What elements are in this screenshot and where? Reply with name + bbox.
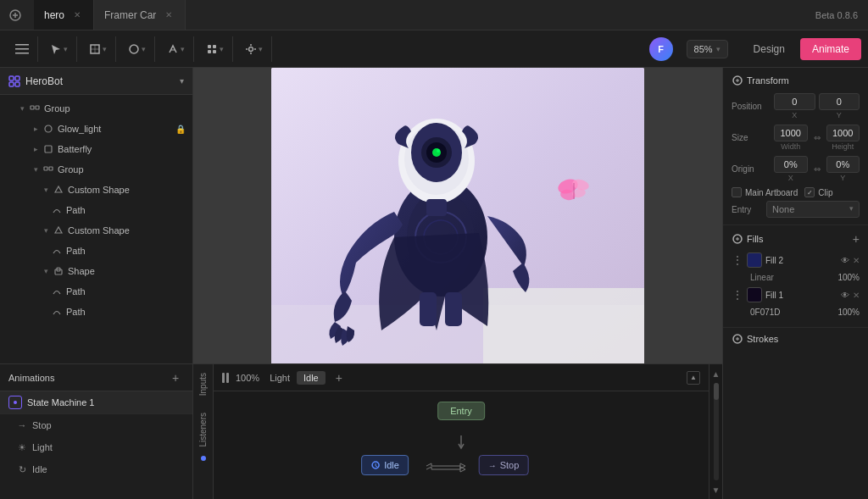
idle-label: Idle [32,464,47,474]
flow-canvas[interactable]: Entry [214,391,709,499]
svg-rect-40 [426,199,447,216]
link-dimensions-button[interactable]: ⇔ [811,125,823,151]
idle-state-item[interactable]: ↻ Idle [0,458,192,480]
clip-checkbox[interactable]: ✓ Clip [804,187,832,197]
fill-settings-icon[interactable]: ⋮ [732,254,743,266]
component-tool[interactable]: ▾ [201,37,229,61]
origin-label: Origin [732,164,774,174]
tab-hero-label: hero [44,9,64,21]
light-state-item[interactable]: ☀ Light [0,436,192,458]
position-x-label: X [774,111,815,119]
inputs-tab[interactable]: Inputs [198,368,208,401]
transform-section: Transform Position 0 X 0 Y Size [723,68,868,225]
design-button[interactable]: Design [742,38,797,60]
tab-framer-car[interactable]: Framer Car ✕ [94,0,186,30]
add-state-button[interactable]: + [336,371,342,385]
select-tool[interactable]: ▾ [45,37,73,61]
svg-point-19 [45,125,52,132]
idle-node[interactable]: Idle [361,455,409,475]
layer-custom1[interactable]: ▾ Custom Shape [0,180,192,200]
fill-2-remove[interactable]: ✕ [853,256,860,265]
main-artboard-checkbox[interactable]: Main Artboard [732,187,798,197]
animations-title: Animations [8,373,167,383]
listeners-tab[interactable]: Listeners [198,408,208,452]
title-bar: hero ✕ Framer Car ✕ Beta 0.8.6 [0,0,868,30]
entry-select[interactable]: None ▾ [766,201,860,218]
light-label: Light [270,373,290,383]
menu-icon[interactable] [7,7,24,24]
checkbox [732,187,742,197]
position-y-col: 0 Y [819,93,860,119]
scroll-up-btn[interactable]: ▲ [712,368,721,380]
scroll-up[interactable]: ▲ [687,371,700,385]
link-origin-button[interactable]: ⇔ [811,156,823,182]
svg-rect-18 [36,106,39,109]
fill-2-opacity: 100% [837,273,860,282]
stop-node[interactable]: → Stop [479,455,529,475]
custom-shape-icon [53,184,64,196]
timeline-percent: 100% [236,373,259,383]
layer-path2[interactable]: Path [0,241,192,261]
origin-y-input[interactable]: 0% [826,156,860,173]
origin-y-label: Y [826,174,860,182]
state-machine-item[interactable]: State Machine 1 [0,391,192,414]
entry-node[interactable]: Entry [437,402,485,420]
layer-group2[interactable]: ▾ Group [0,159,192,180]
animate-button[interactable]: Animate [800,38,861,60]
layer-group1[interactable]: ▾ Group [0,98,192,119]
fill-1-remove[interactable]: ✕ [853,291,860,300]
layer-custom2[interactable]: ▾ Custom Shape [0,220,192,241]
pause-button[interactable] [222,373,229,383]
fill-1-eye[interactable]: 👁 [841,291,849,300]
layer-glow[interactable]: ▸ Glow_light 🔒 [0,119,192,139]
layer-label: Custom Shape [68,225,130,236]
svg-rect-20 [45,146,52,152]
fill-2-swatch[interactable] [747,252,762,268]
position-y-input[interactable]: 0 [819,93,860,110]
pen-tool[interactable]: ▾ [162,37,190,61]
panel-collapse[interactable]: ▾ [180,76,184,86]
fill-1-swatch[interactable] [747,287,762,302]
fill-2-item: ⋮ Fill 2 👁 ✕ Linear 100% [732,252,860,282]
tab-framer-car-close[interactable]: ✕ [163,9,175,21]
add-animation-button[interactable]: + [167,369,184,386]
tab-hero-close[interactable]: ✕ [71,9,83,21]
origin-inputs: 0% X ⇔ 0% Y [774,156,860,182]
origin-x-input[interactable]: 0% [774,156,808,173]
scroll-down-btn[interactable]: ▼ [712,484,721,496]
layer-butterfly[interactable]: ▸ Batterfly [0,139,192,159]
strokes-header: Strokes [732,333,860,345]
stop-state-item[interactable]: → Stop [0,414,192,436]
fill-2-eye[interactable]: 👁 [841,256,849,265]
add-fill-button[interactable]: + [853,232,860,246]
timeline-scrollbar[interactable]: ▲ ▼ [709,364,722,499]
position-x-input[interactable]: 0 [774,93,815,110]
group-icon [42,164,54,175]
canvas-area[interactable] [193,68,722,363]
zoom-control[interactable]: 85% ▾ [687,40,728,58]
origin-x-col: 0% X [774,156,808,182]
scrollbar-thumb[interactable] [714,383,719,400]
fill-settings-icon[interactable]: ⋮ [732,289,743,301]
idle-icon: ↻ [17,464,27,474]
tab-hero[interactable]: hero ✕ [34,0,94,30]
layer-path3[interactable]: Path [0,281,192,302]
layer-label: Path [66,246,86,256]
size-h-input[interactable]: 1000 [826,125,860,141]
layer-label: Glow_light [58,124,101,134]
idle-state-tab[interactable]: Idle [297,371,326,385]
timeline-main: 100% Light Idle + ▲ Entry [214,364,709,499]
layer-shape[interactable]: ▾ Shape [0,261,192,281]
layer-path4[interactable]: Path [0,302,192,322]
menu-button[interactable] [10,37,34,61]
size-w-input[interactable]: 1000 [774,125,808,141]
size-inputs: 1000 Width ⇔ 1000 Height [774,125,860,151]
fill-2-row: ⋮ Fill 2 👁 ✕ [732,252,860,268]
layer-path1[interactable]: Path [0,200,192,220]
user-avatar[interactable]: F [649,37,673,61]
shape-tool[interactable]: ▾ [123,37,151,61]
arrow-connector [456,435,466,455]
panel-title: HeroBot [25,75,180,87]
frame-tool[interactable]: ▾ [84,37,112,61]
settings-tool[interactable]: ▾ [240,37,268,61]
